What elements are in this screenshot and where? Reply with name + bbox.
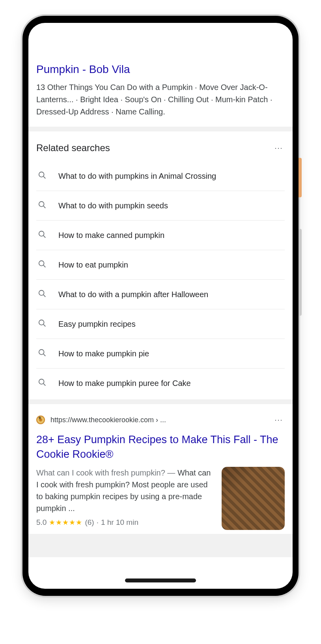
search-icon xyxy=(38,260,47,270)
related-search-label: How to make canned pumpkin xyxy=(58,231,164,240)
search-result-1[interactable]: Pumpkin - Bob Vila 13 Other Things You C… xyxy=(28,58,293,127)
result-2-snippet: What can I cook with fresh pumpkin? — Wh… xyxy=(36,467,215,514)
power-button xyxy=(299,158,302,197)
svg-point-10 xyxy=(39,320,44,325)
related-search-item[interactable]: How to eat pumpkin xyxy=(36,250,285,280)
rating-value: 5.0 xyxy=(36,518,47,527)
related-search-item[interactable]: What to do with a pumpkin after Hallowee… xyxy=(36,280,285,309)
site-favicon-icon xyxy=(36,416,45,424)
dot-separator: · xyxy=(97,518,99,527)
search-results-scroll[interactable]: Pumpkin - Bob Vila 13 Other Things You C… xyxy=(28,58,293,557)
related-searches-title: Related searches xyxy=(36,142,110,154)
search-result-2[interactable]: https://www.thecookierookie.com › ... ⋮ … xyxy=(28,404,293,534)
result-more-options-icon[interactable]: ⋮ xyxy=(272,414,286,426)
related-searches-list: What to do with pumpkins in Animal Cross… xyxy=(36,161,285,398)
svg-line-13 xyxy=(43,354,45,356)
related-search-item[interactable]: How to make pumpkin puree for Cake xyxy=(36,369,285,398)
search-icon xyxy=(38,348,47,359)
result-2-question: What can I cook with fresh pumpkin? — xyxy=(36,468,175,477)
svg-line-1 xyxy=(43,177,45,179)
search-icon xyxy=(38,200,47,211)
svg-point-0 xyxy=(39,172,44,177)
related-search-label: How to eat pumpkin xyxy=(58,260,128,270)
search-icon xyxy=(38,378,47,388)
related-search-label: What to do with pumpkins in Animal Cross… xyxy=(58,172,216,181)
result-2-url[interactable]: https://www.thecookierookie.com › ... xyxy=(50,416,267,424)
svg-point-2 xyxy=(39,202,44,207)
svg-line-5 xyxy=(43,236,45,238)
result-2-title[interactable]: 28+ Easy Pumpkin Recipes to Make This Fa… xyxy=(36,432,285,461)
related-search-label: How to make pumpkin pie xyxy=(58,349,149,358)
svg-line-15 xyxy=(43,384,45,386)
rating-count: (6) xyxy=(85,518,94,527)
search-icon xyxy=(38,171,47,181)
related-search-item[interactable]: What to do with pumpkin seeds xyxy=(36,191,285,221)
svg-line-3 xyxy=(43,206,45,208)
result-2-text: What can I cook with fresh pumpkin? — Wh… xyxy=(36,467,215,530)
rating-stars-icon: ★★★★★ xyxy=(49,518,82,527)
result-1-snippet: 13 Other Things You Can Do with a Pumpki… xyxy=(36,81,285,118)
related-search-item[interactable]: How to make canned pumpkin xyxy=(36,221,285,250)
related-search-label: What to do with a pumpkin after Hallowee… xyxy=(58,290,208,299)
screen: Pumpkin - Bob Vila 13 Other Things You C… xyxy=(28,23,293,589)
result-2-rating-row: 5.0 ★★★★★ (6) · 1 hr 10 min xyxy=(36,518,215,527)
svg-point-12 xyxy=(39,350,44,355)
svg-line-9 xyxy=(43,295,45,297)
svg-point-8 xyxy=(39,290,44,296)
volume-button xyxy=(299,229,302,316)
result-2-thumbnail[interactable] xyxy=(222,467,285,530)
phone-frame: Pumpkin - Bob Vila 13 Other Things You C… xyxy=(22,16,299,596)
related-searches-card: Related searches ⋮ What to do with pumpk… xyxy=(28,131,293,399)
search-icon xyxy=(38,289,47,300)
phone-speaker-bottom xyxy=(125,578,196,582)
recipe-time: 1 hr 10 min xyxy=(101,518,138,527)
result-1-title[interactable]: Pumpkin - Bob Vila xyxy=(36,62,285,77)
search-icon xyxy=(38,230,47,240)
related-search-label: How to make pumpkin puree for Cake xyxy=(58,379,191,388)
search-icon xyxy=(38,319,47,329)
related-search-item[interactable]: How to make pumpkin pie xyxy=(36,339,285,369)
more-options-icon[interactable]: ⋮ xyxy=(272,142,286,154)
related-search-label: What to do with pumpkin seeds xyxy=(58,201,168,210)
result-2-body: What can I cook with fresh pumpkin? — Wh… xyxy=(36,467,285,530)
svg-point-4 xyxy=(39,231,44,236)
related-search-label: Easy pumpkin recipes xyxy=(58,320,136,329)
related-search-item[interactable]: Easy pumpkin recipes xyxy=(36,309,285,339)
svg-point-14 xyxy=(39,379,44,384)
svg-point-6 xyxy=(39,261,44,266)
related-searches-header: Related searches ⋮ xyxy=(36,141,285,155)
svg-line-11 xyxy=(43,325,45,327)
svg-line-7 xyxy=(43,266,45,268)
related-search-item[interactable]: What to do with pumpkins in Animal Cross… xyxy=(36,161,285,191)
result-2-url-row: https://www.thecookierookie.com › ... ⋮ xyxy=(36,413,285,427)
